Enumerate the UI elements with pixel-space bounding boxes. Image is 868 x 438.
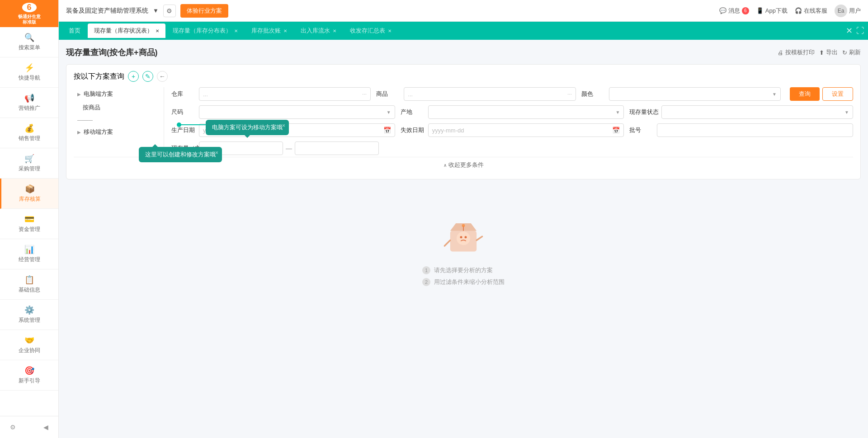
tab-inventory-status[interactable]: 现存量（库存状况表） ✕ bbox=[88, 24, 165, 38]
sidebar-item-purchase[interactable]: 🛒 采购管理 bbox=[0, 148, 58, 179]
sidebar-item-label: 快捷导航 bbox=[19, 74, 40, 82]
reset-btn[interactable]: 设置 bbox=[822, 87, 853, 101]
size-select[interactable]: ▼ bbox=[199, 105, 395, 119]
tab-close-icon[interactable]: ✕ bbox=[156, 28, 159, 33]
info-icon: 📋 bbox=[24, 275, 34, 285]
sidebar-item-label: 营销推广 bbox=[19, 104, 40, 112]
refresh-btn[interactable]: ↻ 刷新 bbox=[842, 48, 861, 57]
dropdown-arrow-icon: ⋯ bbox=[362, 92, 367, 97]
tab-close-icon[interactable]: ✕ bbox=[234, 28, 238, 33]
dropdown-arrow-icon: ⋯ bbox=[567, 92, 572, 97]
expand-icon: ▶ bbox=[77, 92, 81, 97]
export-btn[interactable]: ⬆ 导出 bbox=[819, 48, 838, 57]
lightning-icon: ⚡ bbox=[24, 63, 34, 73]
color-select[interactable]: ▼ bbox=[609, 87, 781, 101]
origin-label: 产地 bbox=[401, 108, 425, 116]
stock-status-label: 现存量状态 bbox=[629, 108, 659, 116]
service-icon: 🎧 bbox=[795, 7, 802, 14]
sidebar-item-guide[interactable]: 🎯 新手引导 bbox=[0, 360, 58, 391]
batch-no-input[interactable] bbox=[657, 123, 853, 137]
stock-main-max-input[interactable] bbox=[295, 141, 379, 155]
expire-date-input[interactable]: yyyy-mm-dd 📅 bbox=[428, 123, 624, 137]
tab-close-icon[interactable]: ✕ bbox=[283, 28, 287, 33]
scheme-mobile-group: ▶ 移动端方案 bbox=[74, 125, 158, 139]
megaphone-icon: 📢 bbox=[24, 93, 34, 103]
sidebar-item-enterprise[interactable]: 🤝 企业协同 bbox=[0, 330, 58, 360]
sidebar-item-label: 资金管理 bbox=[19, 226, 40, 233]
tab-close-icon[interactable]: ✕ bbox=[388, 28, 392, 33]
origin-select[interactable]: ▼ bbox=[428, 105, 624, 119]
warehouse-value: ... bbox=[203, 91, 208, 98]
tab-home[interactable]: 首页 bbox=[62, 24, 87, 38]
user-area[interactable]: Ea 用户 bbox=[835, 5, 861, 17]
field-size: 尺码 ▼ bbox=[171, 105, 395, 119]
app-download-btn[interactable]: 📱 App下载 bbox=[756, 7, 788, 15]
fullscreen-btn[interactable]: ⛶ bbox=[856, 26, 864, 36]
tab-batch[interactable]: 库存批次账 ✕ bbox=[245, 24, 293, 38]
filter-panel: 按以下方案查询 + ✎ ← ▶ 电脑端方案 按商品 bbox=[66, 64, 861, 179]
size-label: 尺码 bbox=[171, 108, 196, 116]
pc-scheme-label: 电脑端方案 bbox=[84, 90, 155, 98]
empty-tip-2: 2 用过滤条件来缩小分析范围 bbox=[422, 278, 505, 286]
tooltip-close-btn[interactable]: × bbox=[282, 122, 285, 129]
search-btn[interactable]: 查询 bbox=[790, 87, 820, 101]
sidebar-nav: 🔍 搜索菜单 ⚡ 快捷导航 📢 营销推广 💰 销售管理 🛒 采购管理 📦 库存核… bbox=[0, 27, 58, 416]
sidebar-item-operation[interactable]: 📊 经营管理 bbox=[0, 239, 58, 269]
sidebar-collapse-btn[interactable]: ◀ bbox=[39, 421, 52, 433]
tooltip-close-btn[interactable]: × bbox=[215, 150, 218, 156]
stock-status-select[interactable]: ▼ bbox=[661, 105, 853, 119]
search-icon: 🔍 bbox=[24, 33, 34, 42]
sidebar-item-system[interactable]: ⚙️ 系统管理 bbox=[0, 300, 58, 330]
sidebar-item-basic[interactable]: 📋 基础信息 bbox=[0, 269, 58, 300]
sidebar-item-inventory[interactable]: 📦 库存核算 bbox=[0, 179, 58, 209]
collapse-label: 收起更多条件 bbox=[448, 161, 484, 169]
sidebar-item-label: 系统管理 bbox=[19, 316, 40, 324]
sidebar-settings-btn[interactable]: ⚙ bbox=[6, 421, 19, 433]
svg-line-8 bbox=[476, 236, 482, 240]
tab-close-icon[interactable]: ✕ bbox=[333, 28, 336, 33]
sidebar-item-label: 库存核算 bbox=[19, 195, 41, 203]
warehouse-select[interactable]: ... ⋯ bbox=[199, 87, 371, 101]
svg-point-2 bbox=[457, 231, 470, 245]
tab-inout[interactable]: 出入库流水 ✕ bbox=[294, 24, 343, 38]
sidebar-item-label: 搜索菜单 bbox=[19, 44, 40, 52]
svg-point-4 bbox=[465, 236, 467, 238]
handshake-icon: 🤝 bbox=[24, 335, 34, 345]
message-btn[interactable]: 💬 消息 6 bbox=[719, 7, 749, 15]
app-logo: 6 畅通好生意 标准版 bbox=[0, 0, 58, 27]
sidebar-item-quick-nav[interactable]: ⚡ 快捷导航 bbox=[0, 57, 58, 88]
add-scheme-btn[interactable]: + bbox=[128, 71, 139, 82]
message-label: 消息 bbox=[728, 7, 740, 15]
sidebar-item-finance[interactable]: 💳 资金管理 bbox=[0, 209, 58, 239]
scheme-item-goods[interactable]: 按商品 bbox=[74, 101, 158, 114]
dropdown-arrow-icon: ▼ bbox=[772, 92, 777, 97]
sidebar-item-label: 采购管理 bbox=[19, 165, 40, 173]
gear-icon: ⚙️ bbox=[24, 305, 34, 315]
action-buttons: 查询 设置 bbox=[790, 87, 853, 101]
filter-label: 按以下方案查询 bbox=[74, 72, 124, 81]
tab-inventory-dist[interactable]: 现存量（库存分布表） ✕ bbox=[166, 24, 244, 38]
sidebar-item-search[interactable]: 🔍 搜索菜单 bbox=[0, 27, 58, 57]
goods-select[interactable]: ... ⋯ bbox=[404, 87, 576, 101]
system-dropdown[interactable]: ▼ bbox=[153, 7, 159, 14]
mobile-icon: 📱 bbox=[756, 7, 764, 14]
online-service-btn[interactable]: 🎧 在线客服 bbox=[795, 7, 827, 15]
back-btn[interactable]: ← bbox=[157, 71, 168, 82]
tab-label: 收发存汇总表 bbox=[350, 27, 385, 35]
settings-btn[interactable]: ⚙ bbox=[163, 5, 176, 17]
edit-scheme-btn[interactable]: ✎ bbox=[142, 71, 153, 82]
expire-date-value: yyyy-mm-dd bbox=[432, 127, 464, 134]
close-all-btn[interactable]: ✕ bbox=[846, 26, 853, 36]
filter-header: 按以下方案查询 + ✎ ← bbox=[74, 71, 853, 82]
tab-home-label: 首页 bbox=[69, 27, 80, 35]
online-service-label: 在线客服 bbox=[804, 7, 827, 15]
print-btn[interactable]: 🖨 按模板打印 bbox=[778, 48, 815, 57]
tab-collect[interactable]: 收发存汇总表 ✕ bbox=[344, 24, 398, 38]
sidebar-item-sales[interactable]: 💰 销售管理 bbox=[0, 118, 58, 148]
solution-btn[interactable]: 体验行业方案 bbox=[180, 4, 228, 18]
message-icon: 💬 bbox=[719, 7, 726, 14]
sidebar-item-label: 基础信息 bbox=[19, 286, 40, 294]
chevron-down-icon: ▼ bbox=[153, 7, 159, 14]
sidebar-item-marketing[interactable]: 📢 营销推广 bbox=[0, 88, 58, 118]
connector-dot bbox=[177, 122, 181, 127]
